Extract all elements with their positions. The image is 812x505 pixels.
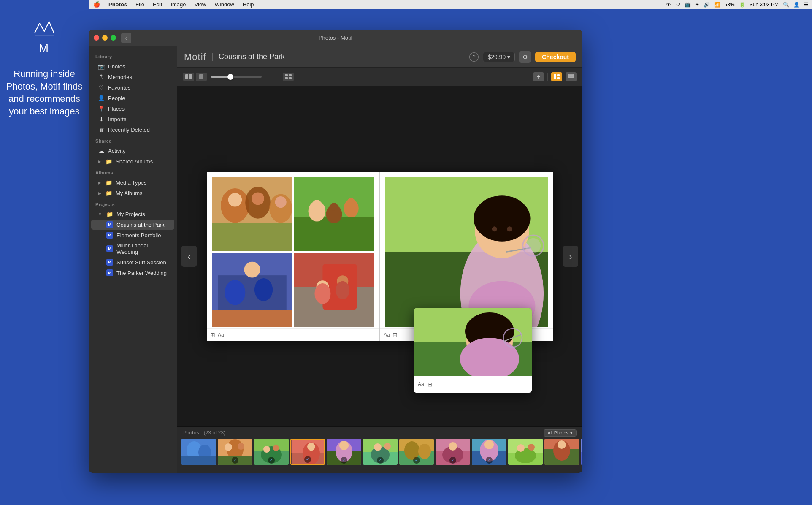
menu-image[interactable]: Image — [169, 1, 187, 8]
thumb-check-9: ✓ — [486, 457, 493, 464]
film-thumb-9[interactable]: ✓ — [472, 439, 506, 465]
thumb-img-1 — [181, 439, 216, 465]
sidebar-item-imports[interactable]: ⬇ Imports — [91, 114, 174, 124]
sidebar-item-places[interactable]: 📍 Places — [91, 103, 174, 114]
photos-bar: Photos: (23 of 23) All Photos ▾ — [177, 426, 582, 473]
film-thumb-10[interactable] — [508, 439, 543, 465]
activity-icon: ☁ — [98, 147, 105, 154]
photos-filter-dropdown[interactable]: All Photos ▾ — [544, 429, 577, 437]
add-button[interactable]: + — [533, 72, 544, 81]
svg-rect-4 — [289, 74, 292, 76]
toolbar: + — [177, 68, 582, 86]
close-button[interactable] — [94, 35, 99, 41]
sidebar-item-shared-albums[interactable]: ▶ 📁 Shared Albums — [91, 156, 174, 166]
maximize-button[interactable] — [111, 35, 116, 41]
sidebar-item-favorites[interactable]: ♡ Favorites — [91, 82, 174, 92]
sidebar-item-miller[interactable]: M Miller-Landau Wedding — [91, 241, 174, 257]
sidebar-item-parker[interactable]: M The Parker Wedding — [91, 268, 174, 278]
zoom-slider[interactable] — [211, 76, 279, 78]
book-view: ‹ — [177, 86, 582, 426]
header-right: ? $29.99 ▾ ⚙ Checkout — [469, 51, 576, 63]
sidebar-item-my-albums[interactable]: ▶ 📁 My Albums — [91, 188, 174, 198]
font-icon-right: Aa — [384, 332, 390, 338]
help-button[interactable]: ? — [469, 52, 479, 62]
thumb-check-6: ✓ — [377, 457, 384, 464]
sidebar-recently-deleted-label: Recently Deleted — [108, 127, 150, 133]
view-toggle — [183, 73, 207, 81]
motif-sunset-icon: M — [106, 259, 113, 266]
sidebar-item-people[interactable]: 👤 People — [91, 93, 174, 103]
film-thumb-6[interactable]: ✓ — [363, 439, 398, 465]
content-area: Motif | Cousins at the Park ? $29.99 ▾ ⚙… — [177, 46, 582, 473]
apple-menu[interactable]: 🍎 — [92, 1, 101, 8]
thumb-img-10 — [508, 439, 543, 465]
single-view-button[interactable] — [196, 73, 207, 81]
list-icon[interactable]: ☰ — [804, 2, 809, 8]
favorites-icon: ♡ — [98, 84, 105, 91]
film-thumb-7[interactable]: ✓ — [399, 439, 434, 465]
page-view-button[interactable] — [283, 73, 294, 81]
film-thumb-8[interactable]: ✓ — [436, 439, 470, 465]
album-title: Cousins at the Park — [219, 52, 285, 61]
back-button[interactable]: ‹ — [121, 33, 131, 43]
svg-point-24 — [228, 193, 242, 206]
sidebar-item-cousins[interactable]: M Cousins at the Park — [91, 220, 174, 230]
sidebar-item-my-projects[interactable]: ▼ 📁 My Projects — [91, 209, 174, 219]
film-thumb-1[interactable] — [181, 439, 216, 465]
svg-rect-10 — [568, 74, 570, 76]
svg-point-37 — [225, 280, 246, 305]
thumb-check-4: ✓ — [304, 456, 311, 463]
sidebar-item-media-types[interactable]: ▶ 📁 Media Types — [91, 177, 174, 187]
film-thumb-2[interactable]: ✓ — [218, 439, 252, 465]
slider-track — [211, 76, 262, 78]
sidebar-sunset-label: Sunset Surf Session — [116, 259, 166, 266]
next-page-button[interactable]: › — [563, 246, 578, 267]
header-separator: | — [211, 52, 214, 62]
menu-photos[interactable]: Photos — [107, 1, 128, 8]
filmstrip: ✓ ✓ ✓ — [177, 439, 582, 468]
prev-page-button[interactable]: ‹ — [181, 246, 197, 267]
sidebar-item-sunset[interactable]: M Sunset Surf Session — [91, 257, 174, 267]
layout-button-active[interactable] — [551, 72, 562, 81]
menu-file[interactable]: File — [134, 1, 146, 8]
sidebar-item-memories[interactable]: ⏱ Memories — [91, 72, 174, 82]
svg-rect-9 — [557, 77, 560, 79]
menu-window[interactable]: Window — [214, 1, 235, 8]
svg-rect-70 — [181, 456, 216, 465]
sidebar-imports-label: Imports — [108, 116, 126, 122]
film-thumb-5[interactable]: ✓ — [327, 439, 361, 465]
checkout-button[interactable]: Checkout — [535, 52, 576, 62]
film-thumb-12[interactable] — [581, 439, 582, 465]
svg-rect-13 — [568, 76, 570, 78]
photo-kids-slide — [294, 252, 374, 327]
search-icon[interactable]: 🔍 — [783, 2, 789, 8]
film-thumb-3[interactable]: ✓ — [254, 439, 289, 465]
svg-rect-7 — [554, 74, 556, 79]
sidebar-item-photos[interactable]: 📷 Photos — [91, 61, 174, 71]
sidebar-item-elements[interactable]: M Elements Portfolio — [91, 230, 174, 240]
main-window: ‹ Photos - Motif Library 📷 Photos ⏱ Memo… — [89, 30, 582, 473]
sidebar-item-recently-deleted[interactable]: 🗑 Recently Deleted — [91, 125, 174, 135]
menu-help[interactable]: Help — [241, 1, 255, 8]
grid-button[interactable] — [566, 72, 577, 81]
sidebar-favorites-label: Favorites — [108, 84, 130, 91]
price-button[interactable]: $29.99 ▾ — [483, 52, 515, 62]
slider-thumb[interactable] — [227, 74, 233, 80]
sidebar-media-types-label: Media Types — [116, 179, 146, 186]
svg-point-101 — [449, 442, 457, 451]
user-icon[interactable]: 👤 — [793, 2, 800, 8]
menu-view[interactable]: View — [193, 1, 208, 8]
settings-button[interactable]: ⚙ — [519, 51, 531, 63]
svg-point-92 — [374, 443, 382, 451]
svg-rect-17 — [570, 79, 572, 79]
film-thumb-4[interactable]: ✓ — [290, 439, 325, 465]
svg-point-105 — [484, 440, 494, 449]
sidebar: Library 📷 Photos ⏱ Memories ♡ Favorites … — [89, 46, 177, 473]
sidebar-item-activity[interactable]: ☁ Activity — [91, 146, 174, 156]
svg-rect-3 — [285, 74, 288, 76]
film-thumb-11[interactable] — [544, 439, 579, 465]
svg-point-97 — [418, 444, 431, 459]
menu-edit[interactable]: Edit — [152, 1, 163, 8]
minimize-button[interactable] — [102, 35, 108, 41]
spread-view-button[interactable] — [183, 73, 194, 81]
